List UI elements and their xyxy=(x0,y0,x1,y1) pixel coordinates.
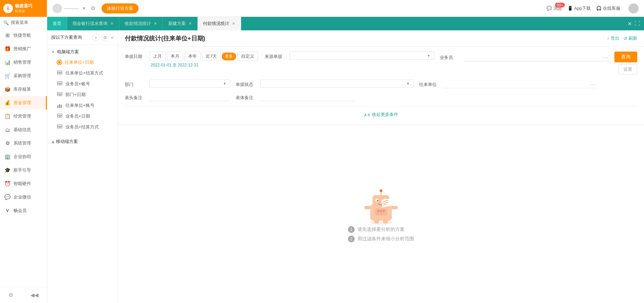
sidebar-item-finance[interactable]: 💰 资金管理 xyxy=(0,96,47,110)
scheme-item-dept-date[interactable]: 部门+日期 xyxy=(47,89,118,100)
table-note-input[interactable] xyxy=(149,92,230,101)
svg-rect-14 xyxy=(60,116,62,117)
robot-illustration xyxy=(361,186,401,226)
sales-icon: 📊 xyxy=(4,59,11,66)
add-scheme-btn[interactable]: + xyxy=(92,34,99,41)
user-info[interactable]: ············ xyxy=(53,4,79,13)
scheme-group-mobile-title[interactable]: ▶ 移动端方案 xyxy=(47,137,118,147)
svg-rect-8 xyxy=(60,94,62,96)
date-range-text: 2022-01-01 至 2022-12-31 xyxy=(151,62,258,68)
prev-month-btn[interactable]: 上月 xyxy=(149,52,166,61)
scheme-settings-btn[interactable]: ⚙ xyxy=(101,34,109,41)
app-download-btn[interactable]: 📱 App下载 xyxy=(567,5,591,11)
export-btn[interactable]: ↑ 导出 xyxy=(607,35,620,41)
svg-rect-27 xyxy=(364,206,371,209)
scheme-item-staff-settle[interactable]: 业务员+结算方式 xyxy=(47,122,118,132)
sidebar-item-hardware[interactable]: ⏰ 智能硬件 xyxy=(0,177,47,190)
table-icon-5 xyxy=(57,124,63,130)
user-dropdown-icon[interactable]: ▼ xyxy=(82,6,86,11)
tab-payments[interactable]: 付款情况统计 ✕ xyxy=(198,17,241,30)
tab-new-scheme[interactable]: 新建方案 ✕ xyxy=(163,17,198,30)
scheme-group-mobile: ▶ 移动端方案 xyxy=(47,134,118,149)
custom-btn[interactable]: 自定义 xyxy=(237,52,258,61)
sidebar-item-sales[interactable]: 📊 销售管理 xyxy=(0,56,47,69)
refresh-btn[interactable]: ↺ 刷新 xyxy=(623,35,637,41)
sidebar-item-basic-info[interactable]: 🗂 基础信息 xyxy=(0,123,47,137)
collapse-more-btn[interactable]: ∧∧ 收起更多条件 xyxy=(364,110,398,120)
scheme-group-desktop: ▼ 电脑端方案 往来单位+日期 往来单位+结算方式 xyxy=(47,45,118,134)
scheme-item-unit-date[interactable]: 往来单位+日期 xyxy=(47,57,118,68)
scheme-item-staff-date[interactable]: 业务员+日期 xyxy=(47,111,118,122)
table-body-note-input[interactable] xyxy=(260,92,355,101)
source-label: 来源单据 xyxy=(265,52,287,60)
svg-point-32 xyxy=(383,210,385,212)
sidebar-item-system[interactable]: ⚙ 系统管理 xyxy=(0,137,47,150)
trial-button[interactable]: 体验行业方案 xyxy=(101,3,139,13)
tab-cash-flow[interactable]: 现金银行流水查询 ✕ xyxy=(67,17,119,30)
sidebar-item-marketing[interactable]: 🎁 营销推广 xyxy=(0,42,47,56)
search-menu[interactable]: 🔍 搜索菜单 xyxy=(0,17,47,29)
tab-cash-flow-close-icon[interactable]: ✕ xyxy=(110,21,114,26)
svg-rect-17 xyxy=(60,127,62,128)
quick-nav-icon: ⊞ xyxy=(4,32,11,39)
doc-status-label: 单据状态 xyxy=(236,80,258,88)
message-btn[interactable]: 💬 消息 99+ xyxy=(547,5,562,11)
basic-info-icon: 🗂 xyxy=(4,126,11,133)
refresh-icon: ↺ xyxy=(623,36,627,41)
user-avatar xyxy=(53,4,62,13)
doc-status-dropdown-icon: ▼ xyxy=(406,82,410,86)
tab-new-scheme-close-icon[interactable]: ✕ xyxy=(188,21,192,26)
staff-dots-btn[interactable]: ... xyxy=(603,53,609,59)
query-button[interactable]: 查询 xyxy=(614,52,637,62)
last7-btn[interactable]: 近7天 xyxy=(202,52,221,61)
sidebar-item-guide[interactable]: 🎓 新手引导 xyxy=(0,163,47,177)
tab-payments-close-icon[interactable]: ✕ xyxy=(232,21,235,26)
more-btn[interactable]: 更多 xyxy=(222,53,236,60)
tab-receipts-close-icon[interactable]: ✕ xyxy=(154,21,157,26)
topbar: ············ ▼ ⚙ 体验行业方案 💬 消息 99+ 📱 App下载… xyxy=(47,0,644,17)
topbar-avatar[interactable] xyxy=(628,3,639,13)
close-all-tabs-btn[interactable]: ✕ xyxy=(627,21,632,27)
source-select[interactable]: ▼ xyxy=(289,52,434,60)
sidebar-item-inventory[interactable]: 📦 库存核算 xyxy=(0,83,47,96)
sidebar-item-operations[interactable]: 📋 经营管理 xyxy=(0,110,47,123)
scheme-item-unit-account[interactable]: 往来单位+账号 xyxy=(47,100,118,111)
unit-dots-btn[interactable]: ... xyxy=(590,80,597,86)
filter-settings-button[interactable]: 设置 xyxy=(618,64,637,74)
tab-receipts[interactable]: 收款情况统计 ✕ xyxy=(119,17,163,30)
collapse-sidebar-btn[interactable]: ◀◀ xyxy=(28,290,40,300)
topbar-settings-icon[interactable]: ⚙ xyxy=(91,5,95,11)
table-icon-4 xyxy=(57,113,63,119)
sidebar-item-enterprise[interactable]: 🏢 企业协同 xyxy=(0,150,47,163)
table-body-note-label: 表体备注 xyxy=(236,93,258,101)
maximize-btn[interactable]: ⛶ xyxy=(635,21,640,27)
svg-rect-2 xyxy=(60,73,62,74)
svg-rect-15 xyxy=(57,125,62,126)
svg-rect-34 xyxy=(383,219,388,223)
sidebar-item-purchase[interactable]: 🛒 采购管理 xyxy=(0,69,47,83)
svg-rect-5 xyxy=(60,84,62,85)
sidebar-item-member[interactable]: V 畅会员 xyxy=(0,204,47,217)
unit-label: 往来单位 xyxy=(419,80,441,88)
finance-icon: 💰 xyxy=(4,99,11,106)
doc-status-select[interactable]: ▼ xyxy=(260,80,414,88)
scheme-group-desktop-title[interactable]: ▼ 电脑端方案 xyxy=(47,47,118,57)
svg-rect-6 xyxy=(57,92,62,94)
scheme-collapse-btn[interactable]: « xyxy=(111,35,114,40)
empty-tip-2: 2 用过滤条件来缩小分析范围 xyxy=(348,236,414,242)
collapse-arrow-icon: ∧∧ xyxy=(364,112,371,117)
svg-rect-33 xyxy=(374,219,379,223)
system-icon: ⚙ xyxy=(4,140,11,147)
this-month-btn[interactable]: 本月 xyxy=(167,52,183,61)
settings-bottom-btn[interactable]: ⚙ xyxy=(6,290,15,300)
dept-select[interactable]: ▼ xyxy=(149,80,230,88)
scheme-item-staff-account[interactable]: 业务员+账号 xyxy=(47,79,118,89)
online-service-btn[interactable]: 🎧 在线客服 xyxy=(596,5,620,11)
scheme-item-unit-settle[interactable]: 往来单位+结算方式 xyxy=(47,68,118,79)
sidebar-item-quick-nav[interactable]: ⊞ 快捷导航 xyxy=(0,29,47,42)
svg-rect-13 xyxy=(57,116,59,117)
this-year-btn[interactable]: 本年 xyxy=(184,52,201,61)
sidebar-item-weixin[interactable]: 💬 企业微信 xyxy=(0,190,47,204)
query-actions: 查询 设置 xyxy=(614,52,637,74)
tab-home[interactable]: 首页 xyxy=(47,17,67,30)
